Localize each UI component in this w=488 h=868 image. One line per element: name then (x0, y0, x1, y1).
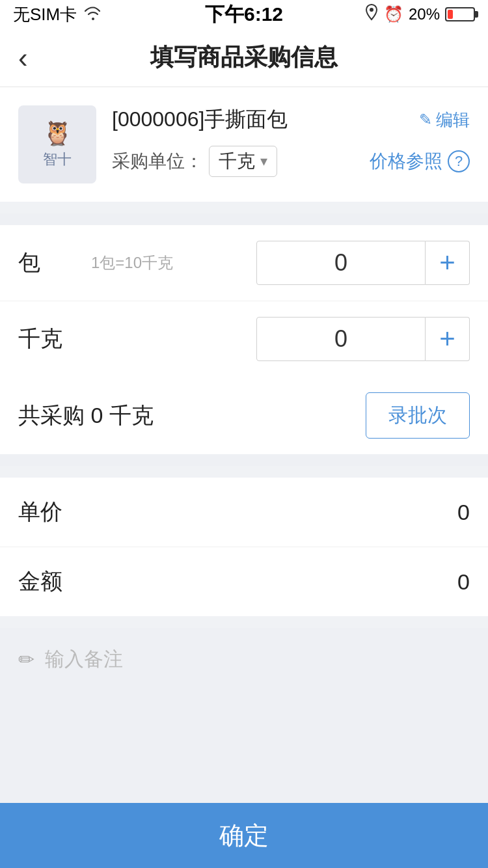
kg-input[interactable]: 0 (256, 317, 426, 361)
note-placeholder: 输入备注 (45, 646, 123, 673)
bao-input-right: 0 + (256, 241, 470, 285)
battery-icon (445, 7, 475, 21)
kg-label: 千克 (18, 324, 83, 354)
section-divider-2 (0, 454, 488, 466)
product-name: [0000006]手撕面包 (112, 105, 288, 134)
note-section[interactable]: ✏ 输入备注 (0, 628, 488, 691)
summary-section: 共采购 0 千克 录批次 (0, 377, 488, 454)
kg-value: 0 (334, 325, 347, 353)
product-card: 🦉 智十 [0000006]手撕面包 ✎ 编辑 采购单位： 千克 ▾ (0, 87, 488, 202)
status-time: 下午6:12 (205, 1, 283, 28)
summary-amount: 0 (90, 403, 109, 427)
status-right: ⏰ 20% (364, 4, 475, 25)
svg-point-0 (370, 8, 373, 12)
unit-selector: 采购单位： 千克 ▾ (112, 146, 277, 177)
alarm-icon: ⏰ (384, 5, 403, 23)
battery-percent: 20% (409, 5, 440, 23)
summary-row: 共采购 0 千克 录批次 (0, 377, 488, 454)
amount-row: 金额 0 (0, 547, 488, 616)
nav-bar: ‹ 填写商品采购信息 (0, 29, 488, 87)
product-name-row: [0000006]手撕面包 ✎ 编辑 (112, 105, 470, 134)
price-value: 0 (457, 500, 470, 525)
input-row-kg: 千克 0 + (0, 301, 488, 377)
section-divider-1 (0, 213, 488, 225)
product-logo-label: 智十 (43, 150, 72, 169)
kg-plus-button[interactable]: + (426, 317, 470, 361)
amount-label: 金额 (18, 567, 62, 597)
bao-input[interactable]: 0 (256, 241, 426, 285)
location-icon (364, 4, 379, 25)
unit-value: 千克 (219, 149, 255, 174)
bottom-space (0, 691, 488, 821)
bao-plus-button[interactable]: + (426, 241, 470, 285)
product-unit-row: 采购单位： 千克 ▾ 价格参照 ? (112, 146, 470, 177)
price-ref-label: 价格参照 (370, 149, 442, 174)
price-label: 单价 (18, 497, 62, 527)
help-icon: ? (448, 150, 470, 172)
wifi-icon (83, 5, 103, 25)
bao-value: 0 (334, 249, 347, 277)
status-left: 无SIM卡 (13, 3, 103, 26)
page-title: 填写商品采购信息 (150, 42, 338, 74)
price-row: 单价 0 (0, 478, 488, 547)
input-section: 包 1包=10千克 0 + 千克 0 + (0, 225, 488, 377)
pencil-icon: ✏ (18, 648, 34, 671)
edit-label: 编辑 (436, 109, 470, 131)
input-row-bao: 包 1包=10千克 0 + (0, 225, 488, 301)
price-ref-button[interactable]: 价格参照 ? (370, 149, 470, 174)
confirm-button[interactable]: 确定 (0, 803, 488, 868)
bao-label: 包 (18, 248, 83, 278)
amount-value: 0 (457, 569, 470, 595)
detail-section: 单价 0 金额 0 (0, 478, 488, 616)
product-image: 🦉 智十 (18, 105, 96, 183)
status-bar: 无SIM卡 下午6:12 ⏰ 20% (0, 0, 488, 29)
back-button[interactable]: ‹ (18, 44, 28, 72)
unit-select[interactable]: 千克 ▾ (209, 146, 277, 177)
carrier-label: 无SIM卡 (13, 3, 77, 26)
help-symbol: ? (455, 153, 463, 170)
unit-label: 采购单位： (112, 151, 203, 171)
edit-icon: ✎ (419, 111, 432, 129)
summary-text: 共采购 0 千克 (18, 401, 154, 431)
product-logo-icon: 🦉 (43, 120, 72, 147)
bao-sublabel: 1包=10千克 (91, 252, 173, 273)
summary-prefix: 共采购 (18, 403, 90, 427)
edit-button[interactable]: ✎ 编辑 (419, 109, 470, 131)
product-info: [0000006]手撕面包 ✎ 编辑 采购单位： 千克 ▾ 价格参照 (112, 105, 470, 177)
summary-unit: 千克 (109, 403, 154, 427)
kg-input-right: 0 + (256, 317, 470, 361)
batch-button[interactable]: 录批次 (366, 392, 470, 439)
chevron-down-icon: ▾ (260, 153, 267, 170)
